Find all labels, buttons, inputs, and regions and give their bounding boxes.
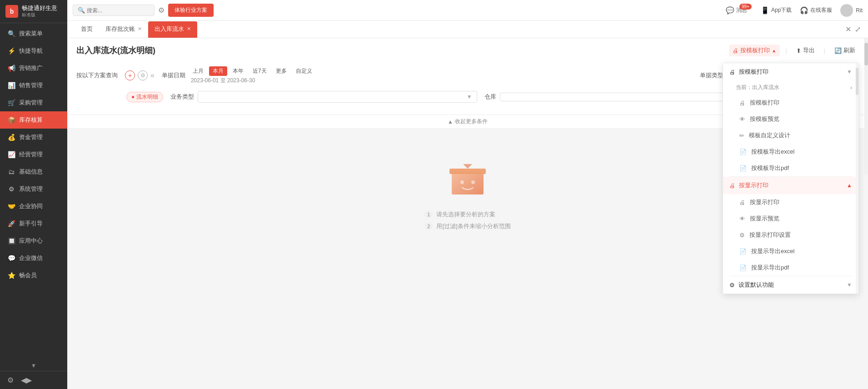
sidebar-item-vip[interactable]: ⭐ 畅会员 (0, 267, 67, 284)
pdf-icon: 📄 (739, 264, 747, 271)
guide-icon: 🚀 (7, 220, 15, 227)
display-export-excel-item[interactable]: 📄 按显示导出excel (723, 243, 858, 259)
sidebar-item-basic[interactable]: 🗂 基础信息 (0, 163, 67, 180)
tab-batch-close[interactable]: ✕ (138, 26, 142, 32)
date-tab-7days[interactable]: 近7天 (249, 66, 270, 76)
sidebar-item-label: 销售管理 (19, 81, 43, 90)
sidebar-item-label: 基础信息 (19, 168, 43, 176)
template-export-excel-item[interactable]: 📄 按模板导出excel (723, 144, 858, 160)
system-icon: ⚙ (7, 185, 15, 193)
display-print-item[interactable]: 🖨 按显示打印 (723, 194, 858, 210)
sidebar-item-label: 应用中心 (19, 237, 43, 245)
tab-flow-close[interactable]: ✕ (187, 26, 191, 32)
tab-expand[interactable]: ⤢ (855, 25, 861, 34)
print-icon: 🖨 (733, 47, 738, 54)
search-icon: 🔍 (7, 30, 15, 37)
filter-actions: + ⚙ « (125, 70, 155, 80)
date-tab-custom[interactable]: 自定义 (292, 66, 316, 76)
template-preview-label: 按模板预览 (750, 115, 779, 123)
gear-icon[interactable]: ⚙ (158, 6, 165, 15)
export-btn[interactable]: ⬆ 导出 (793, 45, 818, 56)
sidebar-item-search[interactable]: 🔍 搜索菜单 (0, 25, 67, 42)
sidebar-item-sales[interactable]: 📊 销售管理 (0, 77, 67, 94)
online-service-btn[interactable]: 🎧 在线客服 (800, 6, 832, 15)
chevron-right-icon: › (850, 85, 852, 91)
filter-add-btn[interactable]: + (125, 70, 135, 80)
chevron-up-icon: ▲ (772, 48, 776, 53)
sidebar-item-enterprise[interactable]: 🤝 企业协同 (0, 198, 67, 215)
display-preview-item[interactable]: 👁 按显示预览 (723, 210, 858, 227)
search-input[interactable] (87, 7, 141, 14)
sidebar: b 畅捷通好生意 标准版 🔍 搜索菜单 ⚡ 快捷导航 📢 营销推广 📊 销售管理… (0, 0, 67, 389)
template-design-item[interactable]: ✏ 模板自定义设计 (723, 127, 858, 144)
template-export-pdf-item[interactable]: 📄 按模板导出pdf (723, 160, 858, 176)
date-filter-field: 单据日期 上月 本月 本年 近7天 更多 自定义 2023-06-01 至 20… (162, 66, 693, 85)
main-scrollbar[interactable] (864, 38, 868, 175)
tab-home-label: 首页 (81, 25, 93, 33)
sidebar-item-operations[interactable]: 📈 经营管理 (0, 146, 67, 163)
sidebar-item-finance[interactable]: 💰 资金管理 (0, 129, 67, 146)
svg-point-2 (460, 180, 464, 184)
sidebar-item-purchase[interactable]: 🛒 采购管理 (0, 94, 67, 111)
operations-icon: 📈 (7, 151, 15, 158)
sidebar-item-quick[interactable]: ⚡ 快捷导航 (0, 42, 67, 60)
template-preview-item[interactable]: 👁 按模板预览 (723, 111, 858, 127)
sidebar-item-label: 畅会员 (19, 271, 37, 279)
display-print-header[interactable]: 🖨 按显示打印 ▲ (723, 177, 858, 194)
print-template-btn[interactable]: 🖨 按模板打印 ▲ (729, 45, 780, 56)
default-icon: ⚙ (729, 282, 735, 289)
tab-batch[interactable]: 库存批次账 ✕ (99, 21, 148, 38)
chevron-down-icon: ▼ (847, 282, 852, 288)
step2-label: 用[过滤]条件来缩小分析范围 (436, 222, 510, 230)
sidebar-scroll-down[interactable]: ▼ (0, 360, 67, 371)
date-tab-last-month[interactable]: 上月 (189, 66, 207, 76)
message-badge[interactable]: 💬 消息 99+ (726, 6, 747, 15)
app-download-label: App下载 (771, 6, 792, 14)
filter-setting-btn[interactable]: ⚙ (138, 70, 148, 80)
sidebar-item-label: 系统管理 (19, 185, 43, 193)
date-tab-more[interactable]: 更多 (272, 66, 290, 76)
set-default-header[interactable]: ⚙ 设置默认功能 ▼ (723, 276, 858, 294)
wechat-icon: 💬 (7, 254, 15, 262)
business-filter: 业务类型 ▼ (170, 91, 477, 103)
settings-icon[interactable]: ⚙ (7, 376, 14, 384)
collapse-sidebar-icon[interactable]: ◀▶ (21, 376, 32, 384)
svg-rect-1 (449, 169, 486, 174)
business-select[interactable]: ▼ (198, 91, 477, 103)
display-print-label: 按显示打印 (750, 198, 779, 206)
sidebar-item-guide[interactable]: 🚀 新手引导 (0, 215, 67, 232)
chevron-down-icon: ▼ (847, 69, 852, 75)
sidebar-item-inventory[interactable]: 📦 库存核算 (0, 111, 67, 129)
display-export-pdf-label: 按显示导出pdf (751, 264, 789, 272)
panel-scrollbar[interactable] (856, 63, 858, 294)
print-icon: 🖨 (729, 69, 735, 75)
sidebar-item-system[interactable]: ⚙ 系统管理 (0, 180, 67, 198)
topbar-right: 💬 消息 99+ 📱 App下载 🎧 在线客服 Rit (726, 4, 863, 17)
enterprise-icon: 🤝 (7, 203, 15, 210)
display-print-settings-item[interactable]: ⚙ 按显示打印设置 (723, 227, 858, 243)
tab-flow[interactable]: 出入库流水 ✕ (148, 21, 197, 38)
template-print-header[interactable]: 🖨 按模板打印 ▼ (723, 63, 858, 80)
topbar-search-box[interactable]: 🔍 (73, 5, 155, 16)
user-avatar[interactable] (840, 4, 853, 17)
sidebar-item-wechat[interactable]: 💬 企业微信 (0, 249, 67, 267)
sidebar-item-apps[interactable]: 🔲 应用中心 (0, 232, 67, 249)
date-tabs: 上月 本月 本年 近7天 更多 自定义 (189, 66, 316, 76)
type-label: 单据类型 (700, 71, 723, 80)
tab-home[interactable]: 首页 (75, 21, 99, 38)
filter-collapse-btn[interactable]: « (150, 71, 155, 80)
tab-close-all[interactable]: ✕ (845, 25, 851, 34)
empty-steps: 1 请先选择要分析的方案 2 用[过滤]条件来缩小分析范围 (424, 210, 510, 230)
date-tab-this-year[interactable]: 本年 (229, 66, 247, 76)
display-export-pdf-item[interactable]: 📄 按显示导出pdf (723, 259, 858, 276)
date-label: 单据日期 (162, 71, 185, 80)
current-template-item[interactable]: 当前：出入库流水 › (723, 80, 858, 95)
refresh-btn[interactable]: 🔄 刷新 (831, 45, 859, 56)
template-print-item[interactable]: 🖨 按模板打印 (723, 95, 858, 111)
filter-tag[interactable]: ● 流水明细 (126, 92, 163, 102)
sidebar-item-marketing[interactable]: 📢 营销推广 (0, 60, 67, 77)
industry-btn[interactable]: 体验行业方案 (168, 4, 214, 17)
app-download-btn[interactable]: 📱 App下载 (761, 6, 792, 15)
date-tab-this-month[interactable]: 本月 (209, 66, 227, 76)
sidebar-item-label: 经营管理 (19, 150, 43, 159)
